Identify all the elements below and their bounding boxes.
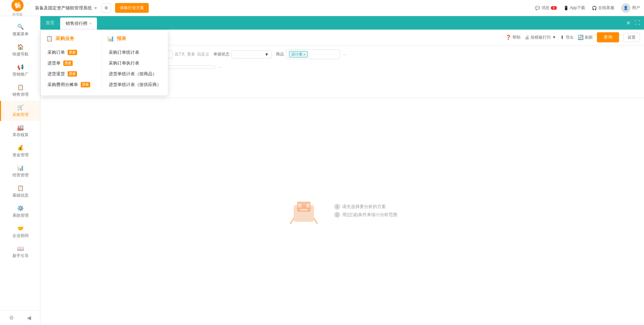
help-button[interactable]: ❓ 帮助 bbox=[505, 35, 521, 40]
sidebar-item-system[interactable]: ⚙️ 系统管理 bbox=[0, 202, 40, 222]
sidebar-item-sales[interactable]: 📋 销售管理 bbox=[0, 81, 40, 101]
gear-button[interactable]: ⚙ bbox=[102, 3, 111, 13]
report-title-label: 报表 bbox=[117, 36, 126, 42]
tab-home[interactable]: 首页 bbox=[40, 16, 60, 30]
sidebar-item-operation[interactable]: 📊 经营管理 bbox=[0, 161, 40, 181]
voucher-status-filter: 单据状态 ▼ bbox=[213, 50, 272, 58]
expense-label: 采购费用分摊单 bbox=[47, 82, 78, 88]
tab-bar-actions: ✕ ⛶ bbox=[625, 18, 644, 28]
goods-more-btn[interactable]: ··· bbox=[342, 52, 348, 57]
date-7days[interactable]: 近7天 bbox=[175, 51, 185, 57]
tab-bar: 首页 销售排行榜 × ✕ ⛶ bbox=[40, 16, 644, 30]
sidebar-item-search[interactable]: 🔍 搜索菜单 bbox=[0, 20, 40, 40]
sidebar-item-basic[interactable]: 📋 基础信息 bbox=[0, 181, 40, 202]
menu-item-po-exec[interactable]: 采购订单执行表 bbox=[107, 58, 163, 69]
refresh-icon: 🔄 bbox=[578, 35, 583, 40]
user-item[interactable]: 👤 用户 bbox=[621, 3, 640, 13]
voucher-status-arrow: ▼ bbox=[265, 52, 269, 57]
sidebar: 🔍 搜索菜单 🏠 快捷导航 📢 营销推广 📋 销售管理 🛒 采购管 bbox=[0, 16, 40, 325]
sidebar-item-purchase[interactable]: 🛒 采购管理 bbox=[0, 101, 40, 121]
date-more[interactable]: 更多 bbox=[187, 51, 195, 57]
basic-icon: 📋 bbox=[17, 185, 24, 191]
goods-tag-text: 设计素 bbox=[291, 52, 302, 57]
empty-tips: 1 请先选择要分析的方案 2 用[过滤]条件来缩小分析范围 bbox=[334, 204, 397, 220]
purchase-icon: 🛒 bbox=[17, 104, 24, 111]
menu-item-purchase-order[interactable]: 采购订单 历史 bbox=[46, 47, 102, 58]
date-custom[interactable]: 自定义 bbox=[197, 51, 209, 57]
search-icon: 🔍 bbox=[17, 24, 24, 30]
home-icon: 🏠 bbox=[17, 44, 24, 50]
tab-expand-icon[interactable]: ⛶ bbox=[633, 18, 641, 27]
query-button[interactable]: 查询 bbox=[597, 32, 619, 42]
svg-line-7 bbox=[290, 218, 294, 224]
app-download-label: App下载 bbox=[570, 5, 585, 11]
tab-close-window-icon[interactable]: ✕ bbox=[625, 18, 632, 28]
sidebar-label-system: 系统管理 bbox=[12, 213, 29, 218]
goods-input[interactable]: 设计素 × bbox=[286, 49, 340, 59]
menu-col-business-title: 📋 采购业务 bbox=[46, 35, 102, 43]
export-label: 导出 bbox=[566, 35, 574, 40]
goods-tag-close[interactable]: × bbox=[303, 52, 306, 56]
empty-tip-2: 2 用[过滤]条件来缩小分析范围 bbox=[334, 212, 397, 218]
app-download-item[interactable]: 📱 App下载 bbox=[564, 5, 585, 11]
return-label: 进货退货 bbox=[47, 71, 65, 77]
online-service-item[interactable]: 🎧 在线客服 bbox=[592, 5, 614, 11]
sidebar-label-marketing: 营销推广 bbox=[12, 72, 29, 77]
svg-line-8 bbox=[314, 218, 317, 224]
history-badge-2: 历史 bbox=[63, 60, 73, 66]
tab-sales-ranking[interactable]: 销售排行榜 × bbox=[60, 17, 97, 30]
po-exec-label: 采购订单执行表 bbox=[109, 60, 139, 66]
salesperson-more-btn[interactable]: ··· bbox=[217, 65, 223, 70]
menu-item-expense[interactable]: 采购费用分摊单 历史 bbox=[46, 79, 102, 90]
sidebar-item-finance[interactable]: 💰 资金管理 bbox=[0, 141, 40, 161]
sidebar-item-marketing[interactable]: 📢 营销推广 bbox=[0, 60, 40, 81]
industry-button[interactable]: 体验行业方案 bbox=[115, 3, 149, 13]
inventory-icon: 🏭 bbox=[17, 124, 24, 131]
refresh-button[interactable]: 🔄 刷新 bbox=[578, 35, 593, 40]
tab-close-icon[interactable]: × bbox=[90, 22, 92, 26]
marketing-icon: 📢 bbox=[17, 64, 24, 70]
sidebar-collapse-button[interactable]: ◀ bbox=[27, 315, 31, 321]
notification-badge: 9 bbox=[551, 6, 557, 10]
goods-stats-supplier-label: 进货单统计表（按供应商） bbox=[109, 82, 161, 88]
main-content: 1 请先选择要分析的方案 2 用[过滤]条件来缩小分析范围 bbox=[40, 98, 644, 325]
notification-icon: 💬 bbox=[535, 6, 540, 10]
system-icon: ⚙️ bbox=[17, 205, 24, 211]
goods-label: 商品 bbox=[276, 51, 284, 57]
sidebar-settings-button[interactable]: ⚙ bbox=[9, 315, 14, 321]
settings-button[interactable]: 设置 bbox=[623, 33, 640, 42]
empty-icon bbox=[287, 198, 321, 225]
sidebar-item-inventory[interactable]: 🏭 库存核算 bbox=[0, 121, 40, 141]
logo-icon: 畅 bbox=[11, 0, 24, 11]
menu-item-goods-stats-by-product[interactable]: 进货单统计表（按商品） bbox=[107, 69, 163, 79]
avatar: 👤 bbox=[621, 3, 631, 13]
sidebar-item-nav[interactable]: 🏠 快捷导航 bbox=[0, 40, 40, 60]
print-label: 按模板打印 bbox=[531, 35, 551, 40]
operation-icon: 📊 bbox=[17, 165, 24, 171]
tip-text-1: 请先选择要分析的方案 bbox=[342, 204, 386, 210]
print-button[interactable]: 🖨 按模板打印 ▼ bbox=[525, 35, 556, 40]
menu-item-return[interactable]: 进货退货 历史 bbox=[46, 69, 102, 79]
sidebar-label-operation: 经营管理 bbox=[12, 172, 29, 178]
voucher-status-label: 单据状态 bbox=[213, 51, 229, 57]
top-bar: 畅 标准版 装备及固定资产辅助管理系统 ▼ ⚙ 体验行业方案 💬 消息 9 📱 … bbox=[0, 0, 644, 16]
phone-icon: 📱 bbox=[564, 6, 569, 10]
sidebar-item-collab[interactable]: 🤝 企业协同 bbox=[0, 222, 40, 242]
sidebar-item-guide[interactable]: 📖 新手引导 bbox=[0, 242, 40, 262]
goods-tag: 设计素 × bbox=[289, 51, 308, 57]
tip-num-2: 2 bbox=[334, 212, 340, 218]
tab-home-label: 首页 bbox=[46, 20, 55, 26]
app-container: 畅 标准版 装备及固定资产辅助管理系统 ▼ ⚙ 体验行业方案 💬 消息 9 📱 … bbox=[0, 0, 644, 325]
voucher-status-select[interactable]: ▼ bbox=[231, 50, 272, 58]
export-icon: ⬆ bbox=[560, 35, 564, 40]
menu-item-goods-in[interactable]: 进货单 历史 bbox=[46, 58, 102, 69]
headset-icon: 🎧 bbox=[592, 6, 597, 10]
system-dropdown-icon[interactable]: ▼ bbox=[94, 6, 98, 10]
export-button[interactable]: ⬆ 导出 bbox=[560, 35, 574, 40]
notification-item[interactable]: 💬 消息 9 bbox=[535, 5, 557, 11]
sidebar-label-nav: 快捷导航 bbox=[12, 51, 29, 57]
menu-item-po-stats[interactable]: 采购订单统计表 bbox=[107, 47, 163, 58]
sidebar-label-basic: 基础信息 bbox=[12, 193, 29, 198]
menu-item-goods-stats-by-supplier[interactable]: 进货单统计表（按供应商） bbox=[107, 79, 163, 90]
sidebar-label-search: 搜索菜单 bbox=[12, 31, 29, 37]
